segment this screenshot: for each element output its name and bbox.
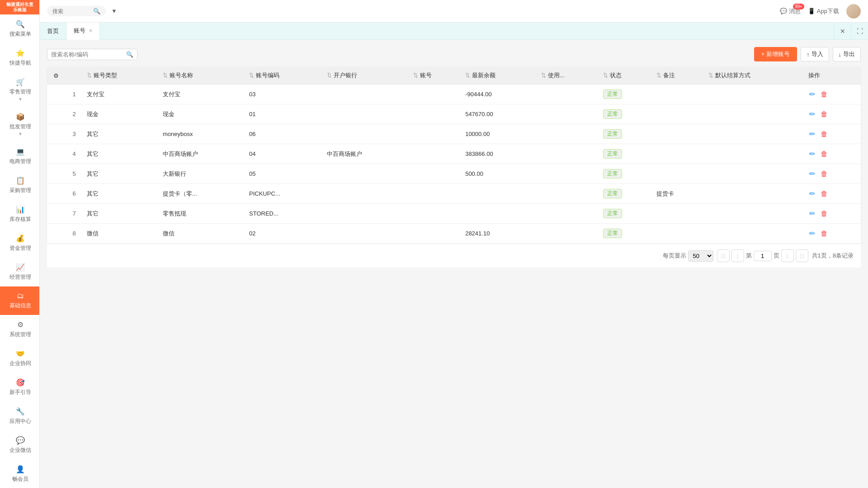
app-download-label: App下载 [817, 7, 839, 15]
tab-account[interactable]: 账号 × [66, 23, 100, 40]
sidebar-item-ecommerce[interactable]: 💻 电商管理 [0, 142, 39, 171]
edit-button[interactable]: ✏ [808, 129, 816, 139]
row-code: 06 [245, 124, 323, 144]
sidebar: 畅捷通好生意 乐账版 🔍 搜索菜单 ⭐ 快捷导航 🛒 零售管理 ▼ 📦 批发管理… [0, 0, 40, 488]
row-account [410, 124, 462, 144]
page-number-input[interactable] [754, 251, 772, 261]
sidebar-item-inventory[interactable]: 📊 库存核算 [0, 200, 39, 229]
column-settings-icon[interactable]: ⚙ [53, 72, 59, 79]
tab-close-icon[interactable]: × [89, 28, 92, 34]
account-column-header[interactable]: ⇅ 账号 [410, 67, 462, 84]
row-balance: 383866.00 [462, 144, 538, 164]
table-row: 5 其它 大新银行 05 500.00 正常 ✏ 🗑 [47, 164, 861, 184]
tab-home[interactable]: 首页 [40, 23, 66, 40]
sidebar-item-label: 应用中心 [9, 418, 31, 425]
sidebar-item-operations[interactable]: 📈 经营管理 [0, 258, 39, 286]
row-account [410, 104, 462, 124]
per-page-select[interactable]: 50 20 100 [688, 250, 713, 262]
message-button[interactable]: 💬 消息 99+ [780, 7, 801, 15]
type-column-header[interactable]: ⇅ 账号类型 [83, 67, 159, 84]
code-column-header[interactable]: ⇅ 账号编码 [245, 67, 323, 84]
sidebar-item-retail[interactable]: 🛒 零售管理 ▼ [0, 72, 39, 107]
row-actions: ✏ 🗑 [805, 224, 861, 244]
table-search-input[interactable] [51, 51, 123, 58]
sidebar-item-search[interactable]: 🔍 搜索菜单 [0, 14, 39, 43]
action-buttons: ✏ 🗑 [808, 208, 857, 219]
bank-column-header[interactable]: ⇅ 开户银行 [323, 67, 410, 84]
edit-button[interactable]: ✏ [808, 169, 816, 179]
row-balance: 28241.10 [462, 224, 538, 244]
global-search-input[interactable] [52, 8, 90, 14]
balance-column-header[interactable]: ⇅ 最新余额 [462, 67, 538, 84]
next-page-button[interactable]: ⟩ [781, 249, 794, 262]
default-pay-column-header[interactable]: ⇅ 默认结算方式 [705, 67, 805, 84]
app-download-button[interactable]: 📱 App下载 [808, 7, 839, 15]
export-button[interactable]: ↓ 导出 [833, 47, 861, 61]
delete-button[interactable]: 🗑 [820, 209, 829, 219]
table-row: 4 其它 中百商场账户 04 中百商场账户 383866.00 正常 ✏ 🗑 [47, 144, 861, 164]
settings-column-header[interactable]: ⚙ [47, 67, 65, 84]
delete-button[interactable]: 🗑 [820, 169, 829, 179]
edit-button[interactable]: ✏ [808, 208, 816, 219]
status-column-header[interactable]: ⇅ 状态 [599, 67, 653, 84]
edit-button[interactable]: ✏ [808, 149, 816, 159]
sidebar-item-app-center[interactable]: 🔧 应用中心 [0, 402, 39, 431]
usage-column-header[interactable]: ⇅ 使用... [538, 67, 599, 84]
global-search-box[interactable]: 🔍 [47, 6, 106, 16]
sidebar-item-wholesale[interactable]: 📦 批发管理 ▼ [0, 107, 39, 142]
delete-button[interactable]: 🗑 [820, 89, 829, 99]
sidebar-item-system[interactable]: ⚙ 系统管理 [0, 315, 39, 344]
edit-button[interactable]: ✏ [808, 188, 816, 199]
delete-button[interactable]: 🗑 [820, 109, 829, 119]
row-actions: ✏ 🗑 [805, 104, 861, 124]
last-page-button[interactable]: ⟩⟩ [796, 249, 808, 262]
toolbar: 🔍 + 新增账号 ↑ 导入 ↓ 导出 [47, 47, 861, 61]
message-badge: 99+ [793, 4, 804, 9]
tab-expand-button[interactable]: ⛶ [851, 23, 868, 40]
row-usage [538, 204, 599, 224]
tab-close-button[interactable]: ✕ [834, 23, 851, 40]
edit-button[interactable]: ✏ [808, 89, 816, 99]
prev-page-button[interactable]: ⟨ [731, 249, 744, 262]
delete-button[interactable]: 🗑 [820, 229, 829, 239]
sidebar-item-enterprise[interactable]: 🤝 企业协同 [0, 344, 39, 373]
add-account-button[interactable]: + 新增账号 [754, 47, 797, 61]
row-code: 01 [245, 104, 323, 124]
row-status: 正常 [599, 104, 653, 124]
row-account [410, 144, 462, 164]
toolbar-right: + 新增账号 ↑ 导入 ↓ 导出 [754, 47, 861, 61]
user-avatar[interactable] [846, 4, 861, 19]
row-code: 03 [245, 84, 323, 104]
first-page-button[interactable]: ⟨⟨ [717, 249, 730, 262]
sort-icon: ⇅ [465, 72, 470, 79]
name-column-header[interactable]: ⇅ 账号名称 [159, 67, 245, 84]
row-default-pay [705, 144, 805, 164]
row-usage [538, 104, 599, 124]
delete-button[interactable]: 🗑 [820, 149, 829, 159]
table-row: 2 现金 现金 01 547670.00 正常 ✏ 🗑 [47, 104, 861, 124]
sidebar-item-members[interactable]: 👤 畅会员 [0, 460, 39, 488]
table-search-box[interactable]: 🔍 [47, 49, 137, 60]
sidebar-item-guide[interactable]: 🎯 新手引导 [0, 373, 39, 402]
row-status: 正常 [599, 164, 653, 184]
delete-button[interactable]: 🗑 [820, 129, 829, 139]
import-button[interactable]: ↑ 导入 [801, 47, 829, 61]
sidebar-item-label: 批发管理 [9, 123, 31, 131]
sidebar-item-purchase[interactable]: 📋 采购管理 [0, 171, 39, 200]
sidebar-item-wechat-work[interactable]: 💬 企业微信 [0, 431, 39, 460]
status-badge: 正常 [603, 149, 622, 159]
edit-button[interactable]: ✏ [808, 109, 816, 119]
sort-icon: ⇅ [541, 72, 546, 79]
logo-text: 畅捷通好生意 [6, 2, 33, 7]
nav-dropdown[interactable]: ▼ [111, 8, 117, 14]
sidebar-item-basic-info[interactable]: 🗂 基础信息 [0, 286, 39, 315]
row-num: 5 [65, 164, 83, 184]
row-name: 微信 [159, 224, 245, 244]
sidebar-item-quicknav[interactable]: ⭐ 快捷导航 [0, 43, 39, 72]
delete-button[interactable]: 🗑 [820, 189, 829, 199]
edit-button[interactable]: ✏ [808, 228, 816, 239]
sidebar-item-finance[interactable]: 💰 资金管理 [0, 229, 39, 258]
remark-column-header[interactable]: ⇅ 备注 [653, 67, 705, 84]
search-icon[interactable]: 🔍 [126, 51, 133, 58]
clipboard-icon: 📋 [16, 176, 25, 185]
